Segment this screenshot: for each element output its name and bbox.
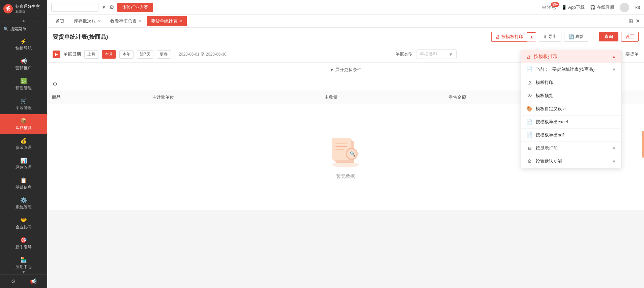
query-btn[interactable]: 查询 [599, 32, 618, 41]
dropdown-display-print[interactable]: 🖥 按显示打印 ▼ [521, 142, 621, 155]
tabs-bar: 首页 库存批次账 ✕ 收发存汇总表 ✕ 要货单统计表 ✕ ⊞ ✕ [47, 15, 644, 28]
tab-collection-summary[interactable]: 收发存汇总表 ✕ [106, 16, 146, 26]
template-design-icon: 🎨 [526, 106, 532, 112]
table-column-settings-icon[interactable]: ⚙ [53, 81, 57, 87]
dropdown-header-right: ▲ [612, 54, 616, 59]
tab-order-stats-close[interactable]: ✕ [179, 19, 182, 24]
topbar-gear-icon[interactable]: ⚙ [109, 4, 114, 10]
purchase-icon: 🛒 [20, 98, 27, 104]
username-label: Rit [635, 5, 640, 10]
dropdown-template-export-excel[interactable]: 📄 按模板导出excel [521, 116, 621, 129]
tabs-close-all-icon[interactable]: ✕ [636, 18, 640, 24]
dropdown-current-item[interactable]: 📄 当前： 要货单统计表(按商品) ▼ [521, 63, 621, 76]
sidebar-item-inventory[interactable]: 📦 库存核算 [0, 114, 47, 134]
dropdown-template-preview[interactable]: 👁 模板预览 [521, 89, 621, 102]
template-print-icon: 🖨 [526, 80, 532, 86]
sidebar-nav: ⚡ 快捷导航 📢 营销推广 💹 销售管理 🛒 采购管理 📦 库存核算 💰 [0, 35, 47, 269]
col-product: 商品 [47, 91, 147, 104]
sidebar-item-cooperation[interactable]: 🤝 企业协同 [0, 214, 47, 233]
right-scrollbar[interactable] [642, 131, 644, 158]
tab-batch-account-close[interactable]: ✕ [98, 19, 101, 24]
sidebar-item-system[interactable]: ⚙️ 系统管理 [0, 194, 47, 214]
dropdown-title-left: 🖨 按模板打印 [526, 54, 557, 60]
dropdown-template-design[interactable]: 🎨 模板自定义设计 [521, 102, 621, 116]
speaker-bottom-icon[interactable]: 📢 [30, 278, 37, 285]
dropdown-template-print[interactable]: 🖨 模板打印 [521, 76, 621, 89]
dropdown-template-export-pdf[interactable]: 📄 按模板导出pdf [521, 129, 621, 142]
type-filter-label: 单据类型 [395, 51, 413, 57]
template-export-excel-label: 按模板导出excel [536, 119, 568, 125]
print-dropdown-menu: 🖨 按模板打印 ▲ 📄 当前： 要货单统计表(按商品) ▼ 🖨 模板打印 👁 模… [521, 50, 622, 168]
tabs-expand-icon[interactable]: ⊞ [628, 18, 633, 24]
date-btn-more[interactable]: 更多 [157, 50, 171, 59]
col-quantity: 主数量 [320, 91, 444, 104]
topbar: ▼ ⚙ 体验行业方案 ✉ 消息 99+ 📱 App下载 🎧 在线客服 [47, 0, 644, 15]
topbar-right: ✉ 消息 99+ 📱 App下载 🎧 在线客服 Rit [542, 3, 640, 12]
topbar-dropdown-arrow[interactable]: ▼ [102, 5, 106, 10]
sidebar-item-guide[interactable]: 🎯 新手引导 [0, 233, 47, 253]
refresh-icon: 🔄 [568, 34, 574, 39]
current-item-icon: 📄 [526, 66, 532, 72]
date-filter-label: 单据日期 [63, 51, 81, 57]
page-actions: 🖨 按模板打印 ▲ ⬆ 导出 🔄 刷新 [491, 32, 639, 42]
operations-icon: 📊 [20, 157, 27, 164]
marketing-icon: 📢 [20, 58, 27, 64]
export-btn[interactable]: ⬆ 导出 [539, 32, 561, 42]
sidebar-item-marketing[interactable]: 📢 营销推广 [0, 55, 47, 74]
settings-btn[interactable]: 设置 [621, 32, 639, 42]
date-btn-this-year[interactable]: 本年 [119, 50, 134, 59]
dropdown-collapse-arrow[interactable]: ▲ [612, 54, 616, 59]
export-icon: ⬆ [543, 34, 547, 39]
tab-home[interactable]: 首页 [51, 16, 69, 26]
display-print-label: 按显示打印 [536, 145, 558, 151]
sidebar-item-quick-nav[interactable]: ⚡ 快捷导航 [0, 35, 47, 55]
template-export-excel-icon: 📄 [526, 119, 532, 125]
dropdown-default-settings[interactable]: ⚙ 设置默认功能 ▼ [521, 155, 621, 168]
type-select-value: 单据类型 [420, 51, 437, 57]
system-icon: ⚙️ [20, 197, 27, 203]
sidebar-item-finance[interactable]: 💰 资金管理 [0, 134, 47, 154]
trial-button[interactable]: 体验行业方案 [117, 3, 153, 12]
sidebar-item-appstore[interactable]: 🏪 应用中心 [0, 253, 47, 269]
category-filter-label: 要货单 [625, 51, 639, 57]
date-btn-this-month[interactable]: 本月 [102, 50, 116, 59]
filter-expand-btn[interactable]: ▶ [53, 51, 60, 58]
sidebar-item-purchase[interactable]: 🛒 采购管理 [0, 94, 47, 114]
sidebar-scroll-up[interactable]: ▲ [0, 18, 47, 24]
expand-more-btn[interactable]: ▼ 展开更多条件 [324, 65, 367, 74]
tab-collection-summary-close[interactable]: ✕ [139, 19, 142, 24]
app-download-btn[interactable]: 📱 App下载 [561, 4, 585, 10]
app-download-icon: 📱 [561, 5, 567, 10]
col-unit: 主计量单位 [147, 91, 320, 104]
online-service-btn[interactable]: 🎧 在线客服 [590, 4, 614, 10]
sidebar-scroll-down[interactable]: ▼ [0, 269, 47, 275]
search-input[interactable] [51, 3, 98, 12]
date-btn-7days[interactable]: 近7天 [137, 50, 153, 59]
dropdown-title-text: 按模板打印 [534, 54, 557, 60]
cooperation-icon: 🤝 [20, 217, 27, 223]
date-btn-last-month[interactable]: 上月 [84, 50, 98, 59]
empty-illustration: 🔍 [325, 134, 366, 168]
more-options-icon[interactable]: ··· [591, 33, 596, 40]
tab-order-stats[interactable]: 要货单统计表 ✕ [147, 16, 187, 26]
sidebar-item-basics[interactable]: 📋 基础信息 [0, 174, 47, 194]
search-icon: 🔍 [3, 27, 8, 31]
print-template-btn[interactable]: 🖨 按模板打印 [491, 32, 527, 42]
settings-bottom-icon[interactable]: ⚙ [11, 278, 16, 285]
template-print-label: 模板打印 [536, 79, 553, 86]
template-export-pdf-icon: 📄 [526, 132, 532, 138]
select-arrow-icon: ▼ [448, 52, 453, 57]
tab-batch-account[interactable]: 库存批次账 ✕ [69, 16, 105, 26]
print-header-icon: 🖨 [526, 54, 531, 59]
sidebar-item-operations[interactable]: 📊 经营管理 [0, 154, 47, 174]
sidebar-search[interactable]: 🔍 搜索菜单 [0, 24, 47, 35]
guide-icon: 🎯 [20, 237, 27, 243]
current-item-arrow: ▼ [612, 67, 616, 72]
refresh-btn[interactable]: 🔄 刷新 [564, 32, 588, 42]
type-select[interactable]: 单据类型 ▼ [416, 50, 457, 59]
messages-btn[interactable]: ✉ 消息 99+ [542, 4, 556, 10]
default-settings-label: 设置默认功能 [536, 158, 562, 164]
avatar[interactable] [620, 3, 629, 12]
print-dropdown-arrow-btn[interactable]: ▲ [527, 32, 536, 41]
sidebar-item-sales[interactable]: 💹 销售管理 [0, 74, 47, 94]
